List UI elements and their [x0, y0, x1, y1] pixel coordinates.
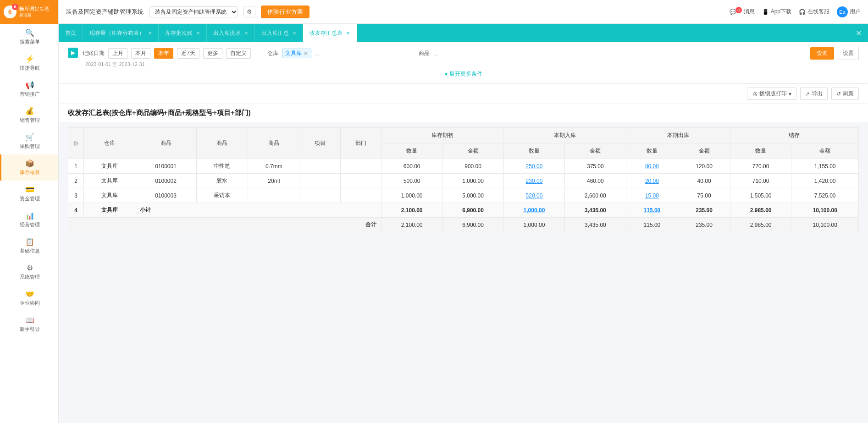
- online-service-item[interactable]: 🎧 在线客服: [799, 8, 829, 16]
- col-header-opening: 库存期初: [381, 128, 503, 143]
- row-close-amt: 1,155.00: [791, 159, 859, 174]
- sidebar-item-finance[interactable]: 💳 资金管理: [0, 181, 58, 207]
- settings-button[interactable]: 设置: [838, 47, 859, 60]
- sidebar-item-marketing[interactable]: 📢 营销推广: [0, 76, 58, 102]
- filter-this-month[interactable]: 本月: [131, 48, 150, 59]
- megaphone-icon: 📢: [25, 81, 34, 89]
- date-filter-label: 记账日期: [83, 49, 105, 57]
- date-range-display: 2023-01-01 至 2023-12-31: [85, 61, 145, 67]
- row-in-qty[interactable]: 520.00: [503, 188, 564, 203]
- goods-more[interactable]: ...: [433, 50, 438, 57]
- sidebar-item-label: 营销推广: [20, 91, 40, 98]
- phone-icon: 📱: [762, 9, 769, 15]
- row-out-amt: 40.00: [678, 174, 730, 188]
- tab-io-summary[interactable]: 出入库汇总 ✕: [255, 24, 303, 42]
- sidebar-item-inventory[interactable]: 📦 库存核算: [0, 154, 58, 181]
- tab-batch-ledger-close[interactable]: ✕: [196, 31, 200, 36]
- sidebar-item-quick-nav[interactable]: ⚡ 快捷导航: [0, 50, 58, 76]
- sidebar-item-label: 快捷导航: [20, 65, 40, 71]
- row-dept: [341, 159, 381, 174]
- tab-batch-ledger[interactable]: 库存批次账 ✕: [159, 24, 207, 42]
- sidebar-item-system[interactable]: ⚙ 系统管理: [0, 259, 58, 285]
- total-out-qty: 115.00: [626, 218, 678, 232]
- sidebar-item-purchase[interactable]: 🛒 采购管理: [0, 128, 58, 154]
- sidebar-item-label: 采购管理: [20, 143, 40, 150]
- message-item[interactable]: 💬 6 消息: [730, 8, 755, 16]
- tab-io-flow-close[interactable]: ✕: [244, 31, 248, 36]
- row-spec: 20ml: [248, 174, 300, 188]
- tab-inventory-dist[interactable]: 现存量（库存分布表） ✕: [83, 24, 159, 42]
- settings-icon[interactable]: ⚙: [73, 140, 79, 147]
- filter-last-month[interactable]: 上月: [108, 48, 127, 59]
- row-code: 0100001: [135, 159, 196, 174]
- filter-last-7days[interactable]: 近7天: [177, 48, 199, 59]
- tab-io-flow[interactable]: 出入库流水 ✕: [207, 24, 255, 42]
- row-in-qty[interactable]: 230.00: [503, 174, 564, 188]
- user-label: 用户: [850, 8, 861, 16]
- row-name: 中性笔: [196, 159, 248, 174]
- sidebar-item-search[interactable]: 🔍 搜索菜单: [0, 24, 58, 50]
- export-icon: ↗: [805, 91, 810, 97]
- query-button[interactable]: 查询: [810, 47, 834, 60]
- tab-inventory-dist-label: 现存量（库存分布表）: [89, 29, 144, 37]
- tab-bar-close-all[interactable]: ✕: [849, 24, 868, 42]
- tab-io-summary-close[interactable]: ✕: [293, 31, 296, 36]
- export-label: 导出: [812, 90, 823, 98]
- filter-more-dates[interactable]: 更多: [203, 48, 222, 59]
- refresh-button[interactable]: ↺ 刷新: [831, 88, 859, 100]
- print-icon: 🖨: [752, 91, 757, 97]
- row-open-amt: 5,000.00: [442, 188, 503, 203]
- row-warehouse: 文具库: [84, 159, 135, 174]
- tab-io-flow-label: 出入库流水: [213, 29, 241, 37]
- sidebar-item-basic[interactable]: 📋 基础信息: [0, 233, 58, 259]
- filter-this-year[interactable]: 本年: [154, 48, 173, 59]
- chart-icon: 📊: [25, 211, 34, 220]
- tab-recv-send-summary-close[interactable]: ✕: [346, 31, 350, 36]
- tab-home[interactable]: 首页: [59, 24, 83, 42]
- row-out-qty[interactable]: 15.00: [626, 188, 678, 203]
- col-header-out-qty: 数量: [626, 143, 678, 159]
- filter-arrow-button[interactable]: ▶: [68, 48, 78, 58]
- goods-filter-label: 商品: [419, 49, 430, 57]
- subtotal-in-amt: 3,435.00: [565, 203, 626, 218]
- logo-badge: 6: [12, 4, 18, 10]
- sidebar-item-operations[interactable]: 📊 经营管理: [0, 207, 58, 233]
- col-header-in-amt: 金额: [565, 143, 626, 159]
- sidebar-item-label: 经营管理: [20, 221, 40, 228]
- row-in-qty[interactable]: 250.00: [503, 159, 564, 174]
- table-row: 2 文具库 0100002 胶水 20ml 500.00 1,000.00 23…: [68, 174, 859, 188]
- gear-settings-button[interactable]: ⚙: [243, 6, 255, 17]
- warehouse-more[interactable]: ...: [315, 50, 320, 57]
- tab-recv-send-summary[interactable]: 收发存汇总表 ✕: [303, 24, 357, 42]
- experience-button[interactable]: 体验行业方案: [261, 5, 310, 18]
- app-download-label: App下载: [771, 8, 791, 16]
- print-button[interactable]: 🖨 拨锁版打印 ▾: [747, 88, 796, 100]
- user-item[interactable]: Ea 用户: [837, 6, 861, 17]
- sidebar-item-collab[interactable]: 🤝 企业协同: [0, 285, 58, 311]
- app-download-item[interactable]: 📱 App下载: [762, 8, 791, 16]
- book-icon: 📖: [25, 316, 34, 324]
- sidebar-item-label: 库存核算: [20, 169, 40, 176]
- row-num: 2: [68, 174, 84, 188]
- gear-icon: ⚙: [27, 264, 33, 272]
- subtotal-close-amt: 10,100.00: [791, 203, 859, 218]
- sidebar-item-sales[interactable]: 💰 销售管理: [0, 102, 58, 128]
- row-close-qty: 710.00: [730, 174, 791, 188]
- sidebar-item-label: 新手引导: [20, 326, 40, 333]
- export-button[interactable]: ↗ 导出: [800, 88, 828, 100]
- tab-inventory-dist-close[interactable]: ✕: [148, 31, 152, 36]
- system-selector[interactable]: 装备及固定资产辅助管理系统: [149, 6, 238, 17]
- row-spec: [248, 188, 300, 203]
- row-project: [300, 188, 341, 203]
- warehouse-tag-remove[interactable]: ✕: [304, 50, 308, 57]
- filter-custom-date[interactable]: 自定义: [226, 48, 251, 59]
- row-dept: [341, 174, 381, 188]
- page-title: 收发存汇总表(按仓库+商品编码+商品+规格型号+项目+部门): [68, 109, 859, 117]
- online-service-label: 在线客服: [807, 8, 829, 16]
- row-out-qty[interactable]: 80.00: [626, 159, 678, 174]
- table-settings-header[interactable]: ⚙: [68, 128, 84, 159]
- expand-more-row[interactable]: ▾ 展开更多条件: [68, 68, 859, 80]
- row-out-qty[interactable]: 20.00: [626, 174, 678, 188]
- cart-icon: 🛒: [25, 133, 34, 142]
- sidebar-item-guide[interactable]: 📖 新手引导: [0, 311, 58, 337]
